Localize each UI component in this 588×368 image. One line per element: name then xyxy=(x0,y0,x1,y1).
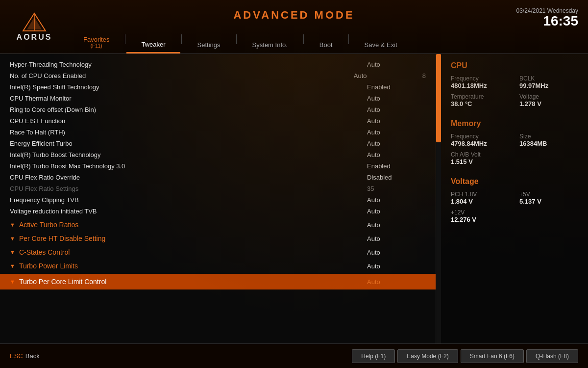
tab-boot[interactable]: Boot xyxy=(305,37,347,53)
aorus-logo-icon xyxy=(22,12,47,32)
logo-area: AORUS xyxy=(10,12,59,42)
tab-favorites[interactable]: Favorites (F11) xyxy=(69,32,124,53)
datetime: 03/24/2021 Wednesday 16:35 xyxy=(516,7,578,28)
footer-esc: ESC Back xyxy=(10,352,40,360)
scrollbar-track[interactable] xyxy=(436,54,441,343)
time-display: 16:35 xyxy=(516,14,578,28)
tab-tweaker[interactable]: Tweaker xyxy=(126,37,180,53)
tab-saveexit[interactable]: Save & Exit xyxy=(350,37,412,53)
scrollbar-thumb[interactable] xyxy=(436,54,441,142)
back-label: Back xyxy=(25,352,40,360)
tab-sysinfo[interactable]: System Info. xyxy=(238,37,302,53)
smart-fan-button[interactable]: Smart Fan 6 (F6) xyxy=(461,349,524,363)
nav-tabs: Favorites (F11) Tweaker Settings System … xyxy=(69,0,412,53)
esc-key-label: ESC xyxy=(10,352,23,360)
qflash-button[interactable]: Q-Flash (F8) xyxy=(526,349,578,363)
tab-settings[interactable]: Settings xyxy=(183,37,235,53)
easy-mode-button[interactable]: Easy Mode (F2) xyxy=(397,349,458,363)
logo-text: AORUS xyxy=(17,33,52,42)
page-title: ADVANCED MODE xyxy=(233,9,354,22)
header: AORUS Favorites (F11) Tweaker Settings S… xyxy=(0,0,588,54)
footer: ESC Back Help (F1) Easy Mode (F2) Smart … xyxy=(0,343,588,368)
footer-buttons: Help (F1) Easy Mode (F2) Smart Fan 6 (F6… xyxy=(352,349,578,363)
help-button[interactable]: Help (F1) xyxy=(352,349,395,363)
